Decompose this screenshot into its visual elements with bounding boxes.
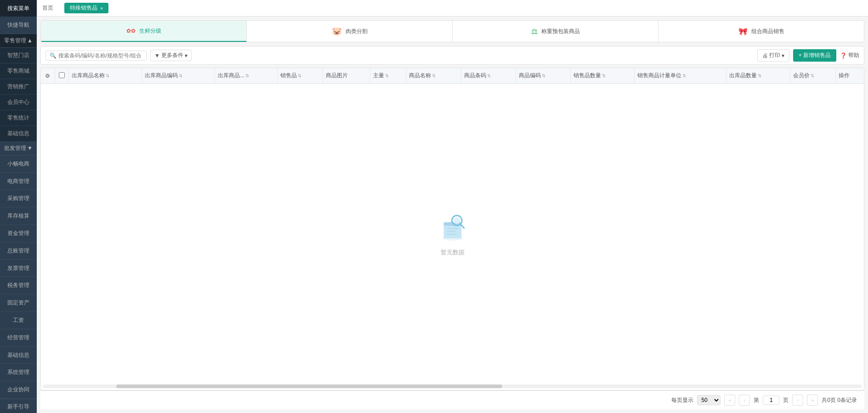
sidebar-item-finance-mgmt[interactable]: 资金管理 [0, 225, 37, 242]
cat-tab-label-1: 肉类分割 [346, 28, 368, 35]
page-label-pre: 第 [754, 396, 759, 404]
data-table: ⚙ 出库商品名称⇅ 出库商品编码⇅ 出库商品...⇅ [41, 68, 864, 84]
th-sale-unit[interactable]: 销售商品计量单位⇅ [635, 68, 726, 84]
empty-text: 暂无数据 [441, 248, 465, 257]
sidebar-item-member-center[interactable]: 会员中心 [0, 95, 37, 110]
print-button[interactable]: 🖨 打印 ▾ [757, 49, 789, 62]
svg-rect-7 [446, 231, 455, 232]
cat-tab-meat-cut[interactable]: 🐷 肉类分割 [247, 21, 453, 42]
total-info: 共0页 0条记录 [822, 396, 857, 404]
th-gear[interactable]: ⚙ [41, 68, 55, 84]
sidebar-item-system-mgmt[interactable]: 系统管理 [0, 364, 37, 381]
sidebar-item-invoice-mgmt[interactable]: 发票管理 [0, 260, 37, 277]
empty-state: 暂无数据 [41, 84, 864, 384]
fresh-grade-icon: ✿✿ [126, 28, 136, 34]
sort-icon: ⇅ [542, 73, 545, 78]
search-box[interactable]: 🔍 [45, 51, 147, 61]
sidebar-item-basic-info2[interactable]: 基础信息 [0, 347, 37, 364]
sort-icon: ⇅ [432, 73, 436, 78]
new-item-button[interactable]: + 新增销售品 [793, 49, 836, 62]
th-sale-item[interactable]: 销售品⇅ [278, 68, 323, 84]
main-content: 首页 特殊销售品 × ✿✿ 生鲜分级 🐷 肉类分割 ⚖ 称重预包装商品 🎀 [37, 0, 868, 413]
tab-label: 特殊销售品 [70, 4, 97, 12]
weigh-pkg-icon: ⚖ [531, 27, 538, 36]
sort-icon: ⇅ [602, 73, 606, 78]
sidebar-item-retail-mall[interactable]: 零售商城 [0, 63, 37, 79]
sort-icon: ⇅ [245, 73, 249, 78]
per-page-label: 每页显示 [671, 396, 693, 404]
th-sale-qty[interactable]: 销售品数量⇅ [570, 68, 634, 84]
filter-button[interactable]: ▼ 更多条件 ▾ [150, 50, 192, 61]
th-out-qty[interactable]: 出库品数量⇅ [726, 68, 790, 84]
sidebar-item-tax-mgmt[interactable]: 税务管理 [0, 277, 37, 294]
sidebar-item-ecommerce-mgmt[interactable]: 电商管理 [0, 173, 37, 190]
cat-tab-fresh-grade[interactable]: ✿✿ 生鲜分级 [41, 21, 247, 42]
sidebar-new-user-guide[interactable]: 新手引导 [0, 399, 37, 413]
sidebar-item-sales-promo[interactable]: 营销推广 [0, 79, 37, 95]
th-goods-code[interactable]: 商品编码⇅ [516, 68, 570, 84]
chevron-icon: ▲ [27, 37, 33, 44]
last-page-btn[interactable]: » [807, 395, 818, 406]
sidebar-item-quick-nav[interactable]: 快捷导航 [0, 17, 37, 34]
per-page-select[interactable]: 50 10 20 100 [697, 395, 720, 405]
sidebar-logo[interactable]: 搜索菜单 [0, 0, 37, 17]
scroll-track[interactable] [43, 384, 862, 388]
sidebar-item-general-ledger[interactable]: 总账管理 [0, 242, 37, 260]
th-member-price[interactable]: 会员价⇅ [790, 68, 836, 84]
tab-close-btn[interactable]: × [100, 6, 103, 11]
th-check[interactable] [55, 68, 68, 84]
sidebar-sub-retail: 智慧门店 零售商城 营销推广 会员中心 零售统计 基础信息 [0, 48, 37, 142]
svg-rect-6 [446, 228, 458, 229]
meat-cut-icon: 🐷 [332, 26, 342, 36]
sidebar-item-fixed-assets[interactable]: 固定资产 [0, 294, 37, 312]
pagination: 每页显示 50 10 20 100 « ‹ 第 1 页 › » 共0页 0条记录 [40, 390, 864, 409]
th-barcode[interactable]: 商品条码⇅ [461, 68, 516, 84]
sidebar-item-enterprise-coop[interactable]: 企业协同 [0, 381, 37, 399]
th-out-code[interactable]: 出库商品编码⇅ [142, 68, 215, 84]
active-tab[interactable]: 特殊销售品 × [64, 3, 108, 13]
chevron-down-icon: ▼ [27, 145, 33, 151]
toolbar-right: 🖨 打印 ▾ + 新增销售品 ❓ 帮助 [757, 49, 859, 62]
sidebar-item-payroll[interactable]: 工资 [0, 312, 37, 329]
sidebar-item-basic-info[interactable]: 基础信息 [0, 126, 37, 142]
th-out-spec[interactable]: 出库商品...⇅ [215, 68, 278, 84]
help-button[interactable]: ❓ 帮助 [840, 52, 859, 59]
sidebar-item-purchase-mgmt[interactable]: 采购管理 [0, 190, 37, 207]
table-header-row: ⚙ 出库商品名称⇅ 出库商品编码⇅ 出库商品...⇅ [41, 68, 864, 84]
sidebar-item-retail-stats[interactable]: 零售统计 [0, 110, 37, 126]
topbar: 首页 特殊销售品 × [37, 0, 868, 17]
breadcrumb-home[interactable]: 首页 [42, 4, 53, 12]
sidebar-item-retail-mgmt[interactable]: 零售管理 ▲ [0, 34, 37, 48]
select-all-checkbox[interactable] [59, 72, 65, 78]
page-number-input[interactable]: 1 [763, 396, 779, 405]
data-table-container: ⚙ 出库商品名称⇅ 出库商品编码⇅ 出库商品...⇅ [40, 68, 864, 390]
search-input[interactable] [58, 52, 141, 59]
sidebar-item-mini-ecommerce[interactable]: 小畅电商 [0, 155, 37, 173]
category-tabs: ✿✿ 生鲜分级 🐷 肉类分割 ⚖ 称重预包装商品 🎀 组合商品销售 [40, 20, 864, 42]
sort-icon: ⇅ [682, 73, 686, 78]
sidebar-item-inventory[interactable]: 库存核算 [0, 207, 37, 225]
print-icon: 🖨 [762, 52, 768, 59]
th-goods-name[interactable]: 商品名称⇅ [406, 68, 461, 84]
print-dropdown-icon: ▾ [782, 52, 784, 59]
sidebar-logo-text: 搜索菜单 [7, 5, 29, 12]
toolbar: 🔍 ▼ 更多条件 ▾ 🖨 打印 ▾ + 新增销售品 [40, 46, 864, 65]
svg-rect-8 [446, 234, 457, 235]
sidebar-item-wholesale-mgmt[interactable]: 批发管理 ▼ [0, 142, 37, 155]
cat-tab-combo[interactable]: 🎀 组合商品销售 [658, 21, 864, 42]
search-icon: 🔍 [50, 52, 57, 59]
cat-tab-weigh-pkg[interactable]: ⚖ 称重预包装商品 [453, 21, 658, 42]
sidebar-item-ops-mgmt[interactable]: 经营管理 [0, 329, 37, 347]
sidebar: 搜索菜单 快捷导航 零售管理 ▲ 智慧门店 零售商城 营销推广 会员中心 零售统… [0, 0, 37, 413]
sidebar-item-smart-store[interactable]: 智慧门店 [0, 48, 37, 63]
first-page-btn[interactable]: « [724, 395, 735, 406]
cat-tab-label-3: 组合商品销售 [751, 28, 784, 35]
next-page-btn[interactable]: › [792, 395, 803, 406]
prev-page-btn[interactable]: ‹ [739, 395, 750, 406]
empty-illustration [434, 212, 471, 244]
scroll-thumb[interactable] [116, 384, 502, 388]
th-out-name[interactable]: 出库商品名称⇅ [68, 68, 142, 84]
svg-point-4 [454, 217, 460, 224]
th-main-unit[interactable]: 主量⇅ [370, 68, 406, 84]
page-label-post: 页 [783, 396, 789, 404]
